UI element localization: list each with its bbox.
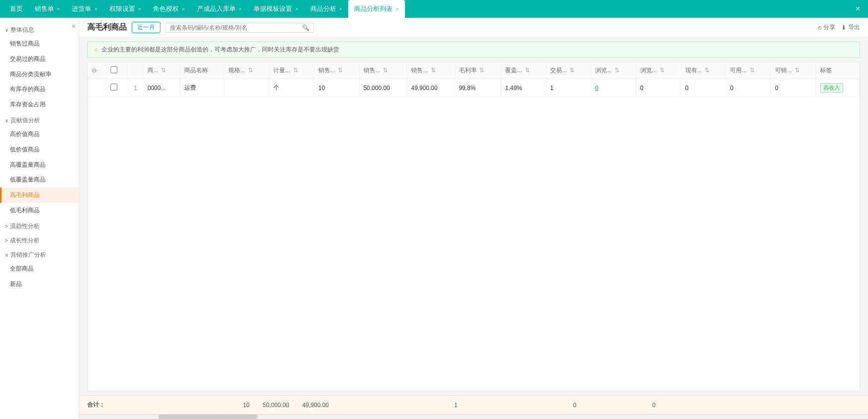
footer-total: 合计： 10 50,000.00 49,900.00 1 0 0 xyxy=(79,395,868,414)
select-all-checkbox[interactable] xyxy=(110,66,117,73)
sidebar-item-goods-contrib[interactable]: 商品分类贡献率 xyxy=(0,67,79,82)
sidebar-group-arrow-financial-analysis: ∨ xyxy=(5,118,8,123)
settings-col-icon[interactable]: ⚙ xyxy=(92,67,97,74)
col-header-stock_actual[interactable]: 现有... ⇅ xyxy=(681,62,726,79)
sidebar-group-arrow-marketing-analysis: ∨ xyxy=(5,252,8,258)
sort-icon-unit: ⇅ xyxy=(291,67,298,74)
sidebar-item-sales-goods[interactable]: 销售过商品 xyxy=(0,36,79,51)
data-table-wrapper: ⚙商... ⇅商品名称规格... ⇅计量... ⇅销售... ⇅销售... ⇅销… xyxy=(87,62,860,391)
sort-icon-view1: ⇅ xyxy=(613,67,619,74)
col-header-sales_amount[interactable]: 销售... ⇅ xyxy=(359,62,407,79)
sidebar-group-marketing-analysis[interactable]: ∨营销推广分析 xyxy=(0,247,79,261)
sort-icon-sales_profit: ⇅ xyxy=(429,67,435,74)
cell-sales_profit: 49,900.00 xyxy=(407,79,455,97)
col-header-margin_rate[interactable]: 毛利率 ⇅ xyxy=(455,62,501,79)
footer-sales-qty xyxy=(115,402,214,409)
export-button[interactable]: ⬇ 导出 xyxy=(841,23,860,32)
col-header-unit[interactable]: 计量... ⇅ xyxy=(269,62,314,79)
page-title: 高毛利商品 xyxy=(87,22,127,33)
sidebar-item-high-margin-goods[interactable]: 高毛利商品 xyxy=(0,187,79,203)
sidebar-group-arrow-growth-analysis: > xyxy=(5,238,8,243)
cell-code: 0000... xyxy=(144,79,180,97)
export-icon: ⬇ xyxy=(841,24,846,31)
sidebar: « ∨整体信息销售过商品交易过的商品商品分类贡献率有库存的商品库存资金占用∨贡献… xyxy=(0,18,79,419)
sidebar-item-low-freq-goods[interactable]: 低覆盖量商品 xyxy=(0,172,79,187)
nav-close-order-template[interactable]: × xyxy=(295,6,298,12)
sidebar-group-growth-analysis[interactable]: >成长性分析 xyxy=(0,233,79,247)
nav-item-product-inbound[interactable]: 产成品入库单× xyxy=(191,0,248,18)
info-icon: ✧ xyxy=(94,47,99,53)
row-checkbox[interactable] xyxy=(110,84,117,91)
col-header-stock_avail[interactable]: 可用... ⇅ xyxy=(726,62,771,79)
sidebar-group-trend-analysis[interactable]: >流趋性分析 xyxy=(0,218,79,233)
nav-close-purchase-order[interactable]: × xyxy=(94,6,97,12)
nav-item-purchase-order[interactable]: 进货单× xyxy=(66,0,103,18)
nav-close-permission-settings[interactable]: × xyxy=(138,6,141,12)
cell-seq: 1 xyxy=(127,79,143,97)
sort-icon-trade: ⇅ xyxy=(568,67,574,74)
col-header-code[interactable]: 商... ⇅ xyxy=(144,62,180,79)
col-header-sales_qty[interactable]: 销售... ⇅ xyxy=(314,62,359,79)
nav-item-order-template[interactable]: 单据模板设置× xyxy=(248,0,304,18)
horizontal-scrollbar[interactable] xyxy=(79,414,868,419)
sidebar-item-stock-capital[interactable]: 库存资金占用 xyxy=(0,97,79,112)
sidebar-item-low-margin-goods[interactable]: 低毛利商品 xyxy=(0,203,79,218)
cell-margin_rate: 99.8% xyxy=(455,79,501,97)
info-bar: ✧ 企业的主要的利润都是这部分商品创造的，可考虑加大推广，同时关注库存是不要出现… xyxy=(87,42,860,58)
nav-item-permission-settings[interactable]: 权限设置× xyxy=(103,0,147,18)
cell-checkbox xyxy=(106,79,127,97)
sidebar-item-new-goods[interactable]: 新品 xyxy=(0,277,79,292)
sidebar-group-overall-info[interactable]: ∨整体信息 xyxy=(0,22,79,36)
footer-label: 合计： xyxy=(87,401,105,409)
sidebar-item-instock-goods[interactable]: 有库存的商品 xyxy=(0,82,79,97)
nav-item-role-permission[interactable]: 角色授权× xyxy=(147,0,191,18)
sort-icon-spec: ⇅ xyxy=(246,67,253,74)
view-link[interactable]: 0 xyxy=(595,85,599,92)
content-header: 高毛利商品 近一月 🔍 ⎋ 分享 ⬇ 导出 xyxy=(79,18,868,38)
col-header-view2[interactable]: 浏览... ⇅ xyxy=(636,62,681,79)
nav-close-product-inbound[interactable]: × xyxy=(239,6,242,12)
sort-icon-stock_actual: ⇅ xyxy=(703,67,710,74)
footer-empty4 xyxy=(501,402,541,409)
footer-sales-amount: 50,000.00 xyxy=(254,402,293,409)
sidebar-item-high-freq-goods[interactable]: 高覆盖量商品 xyxy=(0,157,79,173)
tag-badge: 高收入 xyxy=(820,83,843,93)
sidebar-item-all-goods[interactable]: 全部商品 xyxy=(0,261,79,277)
sidebar-collapse-btn[interactable]: « xyxy=(72,22,76,30)
sidebar-item-traded-goods[interactable]: 交易过的商品 xyxy=(0,51,79,67)
nav-close-product-analysis-list[interactable]: × xyxy=(396,6,399,12)
col-header-coverage[interactable]: 覆盖... ⇅ xyxy=(501,62,546,79)
nav-item-product-analysis-list[interactable]: 商品分析列表× xyxy=(348,0,405,18)
top-nav: 首页销售单×进货单×权限设置×角色授权×产成品入库单×单据模板设置×商品分析×商… xyxy=(0,0,868,18)
content-area: 高毛利商品 近一月 🔍 ⎋ 分享 ⬇ 导出 ✧ 企业的主要的利润都是这部分商品创… xyxy=(79,18,868,419)
cell-sales_amount: 50,000.00 xyxy=(359,79,407,97)
sidebar-item-low-value-goods[interactable]: 低价值商品 xyxy=(0,142,79,157)
sidebar-item-high-value-goods[interactable]: 高价值商品 xyxy=(0,127,79,142)
col-header-view1[interactable]: 浏览... ⇅ xyxy=(591,62,636,79)
col-header-seq xyxy=(127,62,143,79)
cell-name: 运费 xyxy=(180,79,224,97)
close-all-tabs[interactable]: × xyxy=(852,4,864,13)
col-header-sellable[interactable]: 可销... ⇅ xyxy=(771,62,816,79)
col-header-spec[interactable]: 规格... ⇅ xyxy=(224,62,269,79)
sidebar-group-financial-analysis[interactable]: ∨贡献值分析 xyxy=(0,112,79,127)
cell-trade: 1 xyxy=(546,79,591,97)
footer-trade: 1 xyxy=(422,402,461,409)
nav-close-role-permission[interactable]: × xyxy=(182,6,185,12)
search-icon[interactable]: 🔍 xyxy=(302,24,309,31)
nav-close-sales-order[interactable]: × xyxy=(57,6,60,12)
nav-item-home[interactable]: 首页 xyxy=(4,0,29,18)
nav-item-product-analysis[interactable]: 商品分析× xyxy=(305,0,348,18)
info-message: 企业的主要的利润都是这部分商品创造的，可考虑加大推广，同时关注库存是不要出现缺货 xyxy=(102,46,339,54)
period-button[interactable]: 近一月 xyxy=(132,22,160,33)
search-input[interactable] xyxy=(170,24,300,31)
nav-item-sales-order[interactable]: 销售单× xyxy=(29,0,66,18)
col-header-sales_profit[interactable]: 销售... ⇅ xyxy=(407,62,455,79)
scrollbar-thumb[interactable] xyxy=(158,415,257,419)
sidebar-group-label-growth-analysis: 成长性分析 xyxy=(10,236,40,245)
data-table: ⚙商... ⇅商品名称规格... ⇅计量... ⇅销售... ⇅销售... ⇅销… xyxy=(88,62,860,97)
col-header-trade[interactable]: 交易... ⇅ xyxy=(546,62,591,79)
share-button[interactable]: ⎋ 分享 xyxy=(818,23,835,32)
footer-columns: 10 50,000.00 49,900.00 1 0 0 xyxy=(115,402,860,409)
nav-close-product-analysis[interactable]: × xyxy=(339,6,342,12)
